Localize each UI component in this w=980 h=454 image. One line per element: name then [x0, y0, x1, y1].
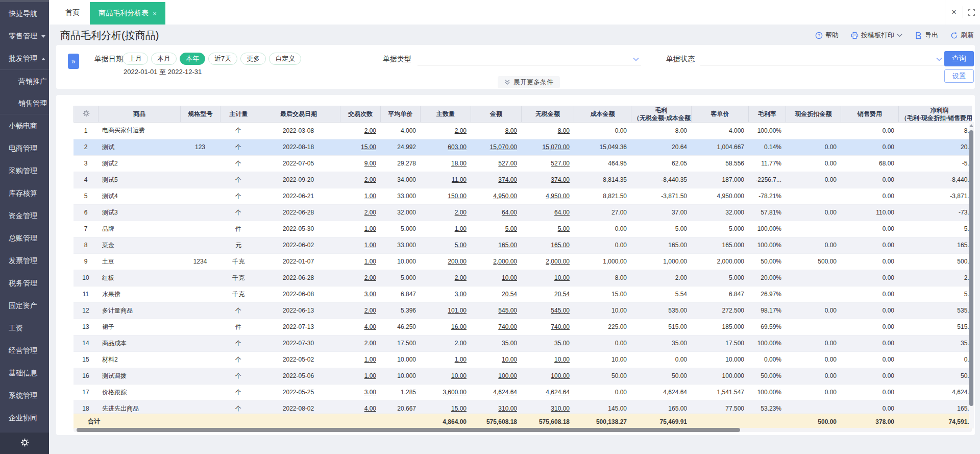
cell[interactable]: 545.00 [521, 302, 574, 319]
table-row[interactable]: 9土豆1234千克2022-01-071.0010.000200.002,000… [74, 253, 972, 270]
cell[interactable]: 15.00 [340, 139, 380, 155]
sidebar-item[interactable]: 资金管理 [0, 204, 49, 227]
cell[interactable]: 2.00 [340, 123, 380, 139]
sidebar-item[interactable]: 批发管理 [0, 47, 49, 69]
cell[interactable]: 527.00 [521, 155, 574, 172]
horizontal-scrollbar-thumb[interactable] [77, 428, 740, 432]
cell[interactable]: 64.00 [521, 204, 574, 221]
query-button[interactable]: 查询 [944, 51, 974, 66]
sidebar-item[interactable]: 系统管理 [0, 384, 49, 407]
tab-active[interactable]: 商品毛利分析表 × [90, 2, 165, 25]
table-row[interactable]: 12多计量商品个2022-06-132.005.396101.00545.005… [74, 302, 972, 319]
cell[interactable]: 1.00 [340, 351, 380, 368]
column-settings-header[interactable] [74, 106, 99, 123]
date-option-pill[interactable]: 更多 [240, 53, 266, 65]
cell[interactable]: 20.54 [521, 286, 574, 302]
cell[interactable]: 374.00 [471, 172, 521, 188]
column-header[interactable]: 客单价 [692, 106, 749, 123]
table-row[interactable]: 5测试4个2022-06-211.0033.000150.004,950.004… [74, 188, 972, 204]
doc-type-select[interactable] [418, 52, 641, 65]
expand-more-conditions-button[interactable]: 展开更多条件 [498, 76, 560, 88]
cell[interactable]: 4,950.00 [521, 188, 574, 204]
doc-status-select[interactable] [700, 52, 944, 65]
cell[interactable]: 603.00 [420, 139, 471, 155]
cell[interactable]: 1.00 [340, 188, 380, 204]
cell[interactable]: 2.00 [420, 335, 471, 351]
column-header[interactable]: 主数量 [421, 106, 471, 123]
cell[interactable]: 740.00 [471, 319, 521, 335]
cell[interactable]: 35.00 [471, 335, 521, 351]
cell[interactable]: 2.00 [420, 204, 471, 221]
cell[interactable]: 1.00 [420, 351, 471, 368]
column-header[interactable]: 主计量 [220, 106, 257, 123]
table-row[interactable]: 13裙子件2022-07-134.0046.25016.00740.00740.… [74, 319, 972, 335]
tab-home[interactable]: 首页 [54, 0, 91, 25]
cell[interactable]: 20.54 [471, 286, 521, 302]
sidebar-item[interactable]: 工资 [0, 317, 49, 339]
cell[interactable]: 15,070.00 [521, 139, 574, 155]
sidebar-item[interactable]: 零售管理 [0, 25, 49, 47]
cell[interactable]: 2.00 [420, 270, 471, 286]
sidebar-item[interactable]: 小畅电商 [0, 114, 49, 137]
column-header[interactable]: 成本金额 [574, 106, 631, 123]
horizontal-scrollbar[interactable] [74, 428, 972, 432]
cell[interactable]: 2.00 [340, 270, 380, 286]
table-row[interactable]: 2测试123个2022-08-1815.0024.992603.0015,070… [74, 139, 972, 155]
cell[interactable]: 2.00 [340, 172, 380, 188]
scrollbar-up-arrow-icon[interactable] [969, 124, 973, 127]
sidebar-item[interactable]: 企业协同 [0, 407, 49, 429]
cell[interactable]: 5.00 [521, 221, 574, 237]
cell[interactable]: 545.00 [471, 302, 521, 319]
cell[interactable]: 165.00 [521, 237, 574, 253]
cell[interactable]: 4.00 [340, 400, 380, 414]
sidebar-item[interactable]: 基础信息 [0, 362, 49, 384]
cell[interactable]: 9.00 [340, 155, 380, 172]
sidebar-item[interactable]: 库存核算 [0, 182, 49, 204]
sidebar-item[interactable]: 营销推广 [0, 69, 49, 92]
sidebar-item[interactable]: 经营管理 [0, 339, 49, 362]
cell[interactable]: 35.00 [521, 335, 574, 351]
sidebar-item[interactable]: 发票管理 [0, 249, 49, 272]
cell[interactable]: 1.00 [340, 237, 380, 253]
column-header[interactable]: 最后交易日期 [257, 106, 340, 123]
cell[interactable]: 374.00 [521, 172, 574, 188]
cell[interactable]: 310.00 [471, 400, 521, 414]
cell[interactable]: 4.00 [340, 319, 380, 335]
cell[interactable]: 527.00 [471, 155, 521, 172]
date-option-pill[interactable]: 近7天 [208, 53, 237, 65]
cell[interactable]: 740.00 [521, 319, 574, 335]
column-header[interactable]: 平均单价 [381, 106, 421, 123]
column-header[interactable]: 规格型号 [181, 106, 220, 123]
column-header[interactable]: 现金折扣金额 [786, 106, 841, 123]
print-by-template-button[interactable]: 按模板打印 [851, 31, 902, 40]
tab-close-icon[interactable]: × [153, 10, 157, 17]
table-row[interactable]: 8菜金元2022-06-021.0033.0005.00165.00165.00… [74, 237, 972, 253]
cell[interactable]: 1.00 [420, 221, 471, 237]
cell[interactable]: 100.00 [471, 368, 521, 384]
sidebar-item[interactable]: 税务管理 [0, 272, 49, 294]
column-header[interactable]: 毛利（无税金额-成本金额） [631, 106, 692, 123]
cell[interactable]: 15.00 [420, 400, 471, 414]
date-option-pill[interactable]: 上月 [122, 53, 148, 65]
cell[interactable]: 4,950.00 [471, 188, 521, 204]
table-row[interactable]: 15材料2个2022-05-021.0010.0001.0010.0010.00… [74, 351, 972, 368]
settings-button[interactable]: 设置 [944, 69, 974, 83]
cell[interactable]: 16.00 [420, 319, 471, 335]
cell[interactable]: 18.00 [420, 155, 471, 172]
cell[interactable]: 10.00 [471, 351, 521, 368]
column-header[interactable]: 销售费用 [841, 106, 899, 123]
cell[interactable]: 2.00 [420, 123, 471, 139]
column-header[interactable]: 商品 [99, 106, 181, 123]
table-row[interactable]: 6测试3个2022-06-282.0032.0002.0064.0064.002… [74, 204, 972, 221]
close-icon[interactable]: × [945, 6, 963, 18]
table-row[interactable]: 18先进先出商品个2022-08-024.0020.66715.00310.00… [74, 400, 972, 414]
cell[interactable]: 2.00 [340, 335, 380, 351]
table-row[interactable]: 16测试调拨个2022-05-061.0010.00010.00100.0010… [74, 368, 972, 384]
cell[interactable]: 150.00 [420, 188, 471, 204]
column-header[interactable]: 交易次数 [340, 106, 381, 123]
cell[interactable]: 11.00 [420, 172, 471, 188]
cell[interactable]: 4,624.64 [471, 384, 521, 400]
sidebar-item[interactable]: 销售管理 [0, 92, 49, 114]
cell[interactable]: 165.00 [471, 237, 521, 253]
table-row[interactable]: 11水果捞千克2022-06-083.006.8473.0020.5420.54… [74, 286, 972, 302]
